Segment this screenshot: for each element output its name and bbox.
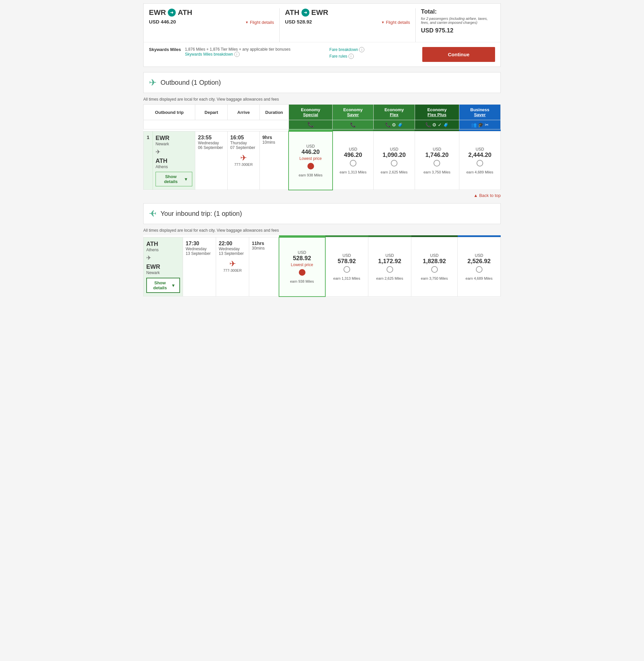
- outbound-flight-details-link[interactable]: ▼ Flight details: [245, 20, 274, 25]
- inbound-duration-mins: 30mins: [252, 246, 276, 251]
- inbound-to-code: EWR: [146, 264, 160, 270]
- inbound-economy-flex-plus-price[interactable]: USD 1,828.92 earn 3,750 Miles: [411, 237, 458, 297]
- show-details-button[interactable]: Show details ▼: [156, 172, 192, 186]
- biz-saver-radio[interactable]: [477, 160, 483, 166]
- eco-special-lowest: Lowest price: [292, 156, 329, 161]
- continue-button[interactable]: Continue: [422, 47, 495, 62]
- outbound-economy-special-price[interactable]: USD 446.20 Lowest price earn 938 Miles: [289, 131, 332, 190]
- eco-saver-currency: USD: [336, 147, 370, 152]
- inbound-biz-saver-radio[interactable]: [476, 266, 483, 273]
- eco-saver-radio[interactable]: [350, 160, 356, 166]
- inbound-plane-icon: ✈: [146, 254, 180, 261]
- flight-number: 1: [144, 131, 153, 190]
- up-arrow-icon: ▲: [474, 193, 478, 198]
- inbound-depart-day: Wednesday: [186, 247, 213, 251]
- from-airport-name: Newark: [156, 142, 192, 146]
- to-airport-name: Athens: [156, 164, 192, 169]
- outbound-duration-cell: 9hrs 10mins: [259, 131, 289, 190]
- skywards-breakdown-link[interactable]: Skywards Miles breakdown i: [185, 52, 239, 56]
- inbound-eco-flexplus-currency: USD: [415, 253, 454, 258]
- eco-flexplus-currency: USD: [418, 147, 456, 152]
- eco-flex-radio[interactable]: [391, 160, 397, 166]
- biz-saver-amount: 2,444.20: [463, 152, 497, 159]
- inbound-depart-date: 13 September: [186, 251, 213, 256]
- outbound-economy-flex-plus-price[interactable]: USD 1,746.20 earn 3,750 Miles: [415, 131, 459, 190]
- col-depart: Depart: [195, 105, 228, 120]
- inbound-eco-special-currency: USD: [283, 250, 322, 255]
- inbound-aircraft-info: ✈ 777-300ER: [219, 259, 246, 272]
- inbound-chevron-icon: ▼: [171, 283, 176, 288]
- plane-transfer-icon: ✈: [156, 148, 192, 156]
- skywards-info-icon[interactable]: i: [234, 52, 239, 57]
- inbound-eco-flex-miles: earn 2,625 Miles: [372, 276, 408, 280]
- depart-date: 06 September: [198, 145, 225, 150]
- col-arrive: Arrive: [227, 105, 259, 120]
- inbound-eco-flex-radio[interactable]: [387, 266, 393, 273]
- inbound-eco-saver-currency: USD: [329, 253, 365, 258]
- biz-saver-currency: USD: [463, 147, 497, 152]
- business-saver-icons: 👥 🎓 ✂: [459, 120, 500, 130]
- inbound-eco-flexplus-miles: earn 3,750 Miles: [415, 276, 454, 280]
- fare-breakdown-info-icon[interactable]: i: [359, 47, 364, 52]
- inbound-depart-cell: 17:30 Wednesday 13 September: [183, 237, 216, 297]
- inbound-arrive-date: 13 September: [219, 251, 246, 256]
- arrive-day: Thursday: [230, 141, 257, 145]
- eco-flex-miles: earn 2,625 Miles: [377, 170, 411, 174]
- inbound-eco-saver-radio[interactable]: [344, 266, 350, 273]
- outbound-business-saver-price[interactable]: USD 2,444.20 earn 4,689 Miles: [459, 131, 500, 190]
- economy-flex-icons: 📞 ⚙ 🧳: [373, 120, 415, 130]
- inbound-eco-flexplus-radio[interactable]: [431, 266, 438, 273]
- col-duration: Duration: [259, 105, 289, 120]
- back-to-top[interactable]: ▲ Back to top: [143, 193, 501, 198]
- economy-special-icons: 📞: [289, 120, 332, 130]
- inbound-show-details-button[interactable]: Show details ▼: [146, 278, 180, 293]
- duration-hrs: 9hrs: [262, 135, 286, 140]
- col-economy-special[interactable]: Economy Special: [289, 105, 332, 120]
- from-airport-code: EWR: [156, 135, 169, 141]
- total-price: USD 975.12: [421, 27, 495, 34]
- continue-block: Continue: [422, 47, 495, 62]
- total-note: for 2 passengers (including airfare, tax…: [421, 17, 495, 24]
- col-economy-flex-plus[interactable]: Economy Flex Plus: [415, 105, 459, 120]
- inbound-biz-saver-currency: USD: [461, 253, 497, 258]
- total-label: Total:: [421, 8, 495, 15]
- depart-time: 23:55: [198, 135, 225, 141]
- inbound-duration-hrs: 11hrs: [252, 241, 276, 246]
- eco-special-radio[interactable]: [307, 163, 314, 169]
- inbound-economy-special-price[interactable]: USD 528.92 Lowest price earn 938 Miles: [279, 237, 325, 297]
- inbound-flight-row: ATH Athens ✈ EWR Newark Show details ▼: [144, 237, 501, 297]
- eco-saver-amount: 496.20: [336, 152, 370, 159]
- economy-saver-icons: 📞: [332, 120, 374, 130]
- eco-flex-currency: USD: [377, 147, 411, 152]
- inbound-economy-flex-price[interactable]: USD 1,172.92 earn 2,625 Miles: [368, 237, 411, 297]
- skywards-label: Skywards Miles: [149, 47, 181, 57]
- outbound-from: EWR: [149, 8, 166, 17]
- outbound-economy-flex-price[interactable]: USD 1,090.20 earn 2,625 Miles: [373, 131, 415, 190]
- eco-flexplus-amount: 1,746.20: [418, 152, 456, 159]
- outbound-section-header: ✈ Outbound (1 Option): [143, 72, 501, 93]
- col-economy-saver[interactable]: Economy Saver: [332, 105, 374, 120]
- inbound-section-title: Your inbound trip: (1 option): [161, 210, 242, 218]
- inbound-flight-info: ATH Athens ✈ EWR Newark Show details ▼: [144, 237, 183, 297]
- inbound-flight-details-link[interactable]: ▼ Flight details: [381, 20, 410, 25]
- col-business-saver[interactable]: Business Saver: [459, 105, 500, 120]
- inbound-airline-logo: ✈: [219, 259, 246, 269]
- inbound-economy-saver-price[interactable]: USD 578.92 earn 1,313 Miles: [325, 237, 368, 297]
- col-economy-flex[interactable]: Economy Flex: [373, 105, 415, 120]
- outbound-depart-cell: 23:55 Wednesday 06 September: [195, 131, 228, 190]
- eco-flexplus-radio[interactable]: [434, 160, 440, 166]
- inbound-arrive-time: 22:00: [219, 241, 246, 247]
- outbound-flight-info: 1 EWR Newark ✈ ATH Athens Show details ▼: [144, 131, 195, 190]
- to-airport-code: ATH: [156, 158, 167, 164]
- inbound-eco-special-radio[interactable]: [299, 269, 305, 276]
- outbound-economy-saver-price[interactable]: USD 496.20 earn 1,313 Miles: [332, 131, 374, 190]
- fare-breakdown-link[interactable]: Fare breakdown: [329, 47, 358, 52]
- inbound-business-saver-price[interactable]: USD 2,526.92 earn 4,689 Miles: [458, 237, 501, 297]
- inbound-arrive-day: Wednesday: [219, 247, 246, 251]
- skywards-block: Skywards Miles 1,876 Miles + 1,876 Tier …: [149, 47, 324, 57]
- fare-rules-info-icon[interactable]: i: [348, 54, 354, 59]
- eco-special-amount: 446.20: [292, 149, 329, 156]
- inbound-route-info: ATH Athens ✈ EWR Newark Show details ▼: [144, 237, 183, 296]
- inbound-eco-special-lowest: Lowest price: [283, 263, 322, 267]
- fare-rules-link[interactable]: Fare rules: [329, 54, 347, 59]
